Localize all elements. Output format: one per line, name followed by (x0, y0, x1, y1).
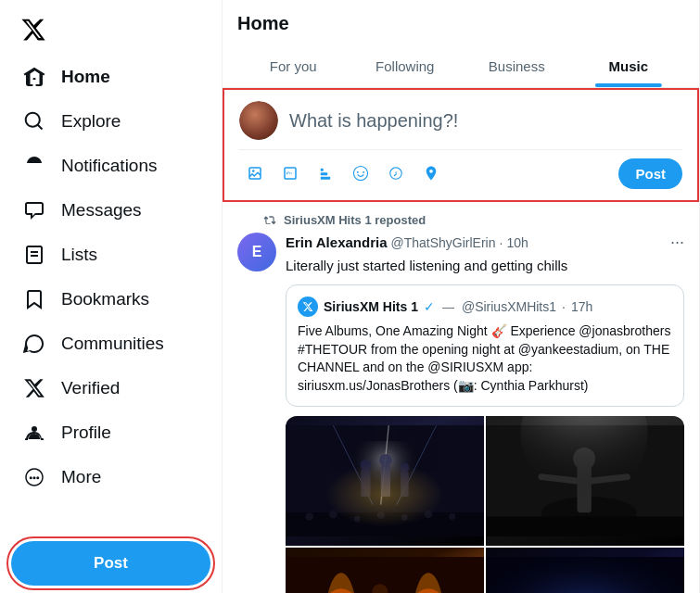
svg-point-6 (360, 460, 371, 471)
quoted-author-handle: @SiriusXMHits1 (462, 299, 556, 314)
compose-top: What is happening?! (239, 101, 682, 140)
quoted-time-dot: · (562, 299, 566, 314)
tab-business[interactable]: Business (461, 45, 573, 87)
messages-nav-icon (22, 198, 46, 222)
sidebar-item-label-messages: Messages (61, 200, 142, 221)
tweet-image-2 (486, 416, 684, 546)
more-nav-icon (22, 465, 46, 489)
sidebar-item-messages[interactable]: Messages (11, 189, 210, 232)
svg-point-8 (379, 454, 392, 467)
sidebar-post-button[interactable]: Post (11, 541, 210, 586)
repost-label: SiriusXM Hits 1 reposted (237, 213, 684, 227)
quoted-tweet-text: Five Albums, One Amazing Night 🎸 Experie… (298, 322, 672, 395)
sidebar-item-communities[interactable]: Communities (11, 322, 210, 365)
compose-schedule-icon[interactable] (380, 158, 412, 189)
tab-music[interactable]: Music (573, 45, 685, 87)
compose-image-icon[interactable] (239, 158, 271, 189)
svg-point-14 (354, 516, 361, 523)
svg-rect-1 (349, 442, 420, 505)
svg-point-18 (449, 513, 455, 520)
explore-nav-icon (22, 109, 46, 133)
sidebar-item-label-verified: Verified (61, 378, 120, 398)
compose-location-icon[interactable] (415, 158, 447, 189)
sidebar-item-label-lists: Lists (61, 245, 97, 265)
sidebar-item-label-profile: Profile (61, 423, 111, 443)
main-header: Home For youFollowingBusinessMusic (223, 0, 699, 88)
tweet-time: · (500, 235, 503, 250)
profile-nav-icon (22, 421, 46, 445)
quoted-tweet-header: SiriusXM Hits 1 ✓ — @SiriusXMHits1 · 17h (298, 296, 672, 317)
page-title: Home (237, 13, 684, 34)
main-content: Home For youFollowingBusinessMusic What … (223, 0, 700, 593)
verified-badge: ✓ (424, 299, 435, 314)
svg-point-15 (376, 511, 385, 520)
home-nav-icon (22, 65, 46, 89)
sidebar-item-label-notifications: Notifications (61, 156, 158, 176)
quoted-separator: — (442, 300, 454, 314)
svg-point-13 (329, 511, 337, 519)
svg-rect-26 (486, 517, 684, 536)
tweet-author-name: Erin Alexandria (286, 234, 387, 250)
avatar-image (239, 101, 278, 140)
sidebar: HomeExploreNotificationsMessagesListsBoo… (0, 0, 223, 593)
sidebar-item-label-more: More (61, 467, 101, 487)
svg-point-16 (401, 514, 408, 521)
svg-rect-7 (381, 465, 390, 497)
svg-point-12 (305, 513, 313, 522)
compose-gif-icon[interactable] (274, 158, 306, 189)
svg-point-10 (400, 463, 409, 473)
tweet-header: E Erin Alexandria @ThatShyGirlErin · 10h… (237, 233, 684, 593)
compose-poll-icon[interactable] (310, 158, 341, 189)
sidebar-item-more[interactable]: More (11, 456, 210, 498)
verified-nav-icon (22, 376, 46, 400)
svg-rect-5 (361, 470, 370, 498)
compose-post-button[interactable]: Post (618, 158, 682, 189)
sidebar-item-home[interactable]: Home (11, 56, 210, 98)
feed-item: SiriusXM Hits 1 reposted E Erin Alexandr… (223, 202, 699, 593)
tweet-text: Literally just started listening and get… (286, 256, 684, 275)
quoted-author-name: SiriusXM Hits 1 (324, 299, 418, 314)
sidebar-item-label-home: Home (61, 67, 110, 87)
compose-toolbar: Post (239, 149, 682, 189)
sidebar-item-bookmarks[interactable]: Bookmarks (11, 278, 210, 321)
tweet-content: Erin Alexandria @ThatShyGirlErin · 10h ·… (286, 233, 684, 593)
communities-nav-icon (22, 332, 46, 356)
x-logo-button[interactable] (11, 7, 56, 52)
tweet-meta: Erin Alexandria @ThatShyGirlErin · 10h ·… (286, 233, 684, 252)
bookmarks-nav-icon (22, 287, 46, 311)
sidebar-item-notifications[interactable]: Notifications (11, 145, 210, 187)
sidebar-item-profile[interactable]: Profile (11, 411, 210, 454)
lists-nav-icon (22, 243, 46, 267)
compose-box: What is happening?! Post (223, 88, 699, 202)
notifications-nav-icon (22, 154, 46, 178)
quoted-source-logo (298, 296, 318, 317)
nav-menu: HomeExploreNotificationsMessagesListsBoo… (11, 56, 210, 500)
tweet-images (286, 416, 684, 593)
repost-text: SiriusXM Hits 1 reposted (284, 213, 426, 227)
sidebar-item-label-communities: Communities (61, 334, 164, 354)
compose-avatar (239, 101, 278, 140)
svg-point-17 (425, 511, 433, 519)
sidebar-item-lists[interactable]: Lists (11, 233, 210, 276)
tweet-author-avatar: E (237, 233, 276, 271)
sidebar-item-label-bookmarks: Bookmarks (61, 289, 149, 309)
svg-rect-37 (486, 557, 684, 593)
tab-bar: For youFollowingBusinessMusic (237, 45, 684, 87)
tweet-image-4 (486, 548, 684, 593)
tweet-author-handle: @ThatShyGirlErin (390, 235, 495, 250)
tab-for-you[interactable]: For you (237, 45, 350, 87)
compose-placeholder[interactable]: What is happening?! (289, 110, 682, 132)
tweet-more-button[interactable]: ··· (670, 233, 684, 252)
tweet-image-1 (286, 416, 484, 546)
sidebar-item-explore[interactable]: Explore (11, 100, 210, 143)
svg-rect-9 (401, 472, 409, 497)
sidebar-item-verified[interactable]: Verified (11, 367, 210, 410)
tweet-age: 10h (506, 235, 528, 250)
compose-emoji-icon[interactable] (345, 158, 376, 189)
sidebar-item-label-explore: Explore (61, 111, 121, 132)
tab-following[interactable]: Following (350, 45, 462, 87)
quoted-tweet[interactable]: SiriusXM Hits 1 ✓ — @SiriusXMHits1 · 17h… (286, 284, 684, 407)
tweet-image-3 (286, 548, 484, 593)
quoted-age: 17h (571, 299, 592, 314)
